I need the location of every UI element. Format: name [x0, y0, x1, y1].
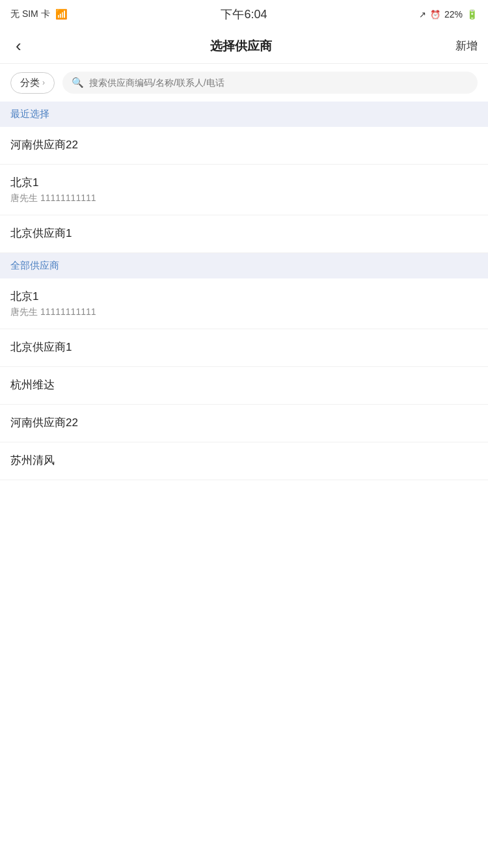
list-item[interactable]: 北京供应商1 — [0, 329, 488, 367]
add-button[interactable]: 新增 — [455, 38, 478, 53]
sim-text: 无 SIM 卡 — [10, 8, 50, 20]
alarm-icon: ⏰ — [430, 10, 441, 20]
list-item[interactable]: 河南供应商22 — [0, 127, 488, 165]
filter-bar: 分类 › 🔍 — [0, 64, 488, 102]
list-item[interactable]: 北京1唐先生 11111111111 — [0, 165, 488, 215]
chevron-right-icon: › — [42, 78, 45, 87]
item-name: 苏州清风 — [10, 453, 478, 468]
battery-icon: 🔋 — [467, 9, 478, 20]
status-bar: 无 SIM 卡 📶 下午6:04 ↗ ⏰ 22% 🔋 — [0, 0, 488, 29]
category-button[interactable]: 分类 › — [10, 72, 55, 94]
item-name: 北京1 — [10, 289, 478, 304]
item-name: 北京1 — [10, 175, 478, 190]
list-item[interactable]: 杭州维达 — [0, 367, 488, 405]
search-icon: 🔍 — [72, 77, 84, 88]
battery-text: 22% — [444, 9, 463, 20]
back-button[interactable]: ‹ — [10, 31, 27, 61]
item-name: 河南供应商22 — [10, 137, 478, 152]
item-sub: 唐先生 11111111111 — [10, 193, 478, 204]
wifi-icon: 📶 — [55, 8, 68, 20]
list-item[interactable]: 北京供应商1 — [0, 215, 488, 253]
item-name: 北京供应商1 — [10, 340, 478, 355]
search-box: 🔍 — [62, 72, 478, 94]
recent-list: 河南供应商22北京1唐先生 11111111111北京供应商1 — [0, 127, 488, 253]
nav-bar: ‹ 选择供应商 新增 — [0, 29, 488, 64]
item-name: 河南供应商22 — [10, 415, 478, 430]
status-right: ↗ ⏰ 22% 🔋 — [419, 9, 478, 20]
item-sub: 唐先生 11111111111 — [10, 306, 478, 318]
list-item[interactable]: 苏州清风 — [0, 442, 488, 480]
status-time: 下午6:04 — [221, 7, 267, 22]
item-name: 杭州维达 — [10, 377, 478, 392]
status-left: 无 SIM 卡 📶 — [10, 8, 68, 20]
category-label: 分类 — [20, 77, 40, 89]
list-item[interactable]: 河南供应商22 — [0, 405, 488, 442]
recent-section-header: 最近选择 — [0, 102, 488, 127]
item-name: 北京供应商1 — [10, 226, 478, 241]
search-input[interactable] — [89, 77, 468, 88]
location-icon: ↗ — [419, 10, 426, 20]
all-list: 北京1唐先生 11111111111北京供应商1杭州维达河南供应商22苏州清风 — [0, 278, 488, 480]
all-section-header: 全部供应商 — [0, 253, 488, 278]
list-item[interactable]: 北京1唐先生 11111111111 — [0, 278, 488, 329]
page-title: 选择供应商 — [210, 38, 272, 55]
